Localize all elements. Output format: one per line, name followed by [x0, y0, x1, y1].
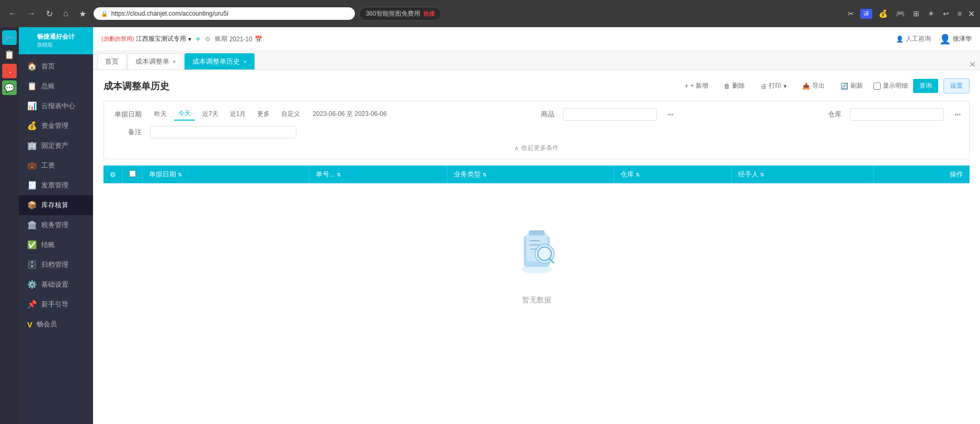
inventory-icon: 📦: [27, 201, 37, 210]
number-sort-icon: ⇅: [337, 172, 341, 178]
sidebar-item-closing[interactable]: ✅ 结账: [19, 235, 93, 255]
back-button[interactable]: ←: [5, 7, 20, 20]
col-number[interactable]: 单号... ⇅: [309, 166, 447, 183]
col-check[interactable]: [123, 166, 143, 183]
query-btn[interactable]: 查询: [913, 79, 938, 93]
col-actions-label: 操作: [950, 170, 963, 178]
warehouse-more-icon[interactable]: •••: [954, 111, 961, 117]
delete-btn[interactable]: 🗑 删除: [719, 79, 750, 93]
sidebar-item-invoice[interactable]: 🧾 发票管理: [19, 175, 93, 195]
sidebar-label-settings: 基础设置: [41, 280, 68, 289]
scissors-icon[interactable]: ✂: [846, 7, 856, 20]
sidebar-item-guide[interactable]: 📌 新手引导: [19, 295, 93, 314]
translate-icon[interactable]: 译: [860, 9, 872, 19]
sidebar-item-salary[interactable]: 💼 工资: [19, 156, 93, 175]
warehouse-input[interactable]: [850, 108, 944, 121]
note-input[interactable]: [150, 126, 296, 138]
help-btn[interactable]: 👤 人工咨询: [896, 34, 931, 43]
col-person[interactable]: 经手人 ⇅: [732, 166, 874, 183]
col-settings[interactable]: ⚙: [103, 166, 123, 183]
more-btn[interactable]: 更多: [253, 108, 274, 120]
tab-home-label: 首页: [105, 57, 119, 66]
forward-button[interactable]: →: [24, 7, 39, 20]
brightness-icon[interactable]: ☀: [926, 7, 937, 20]
company-name: 江西服宝测试专用: [136, 34, 186, 43]
print-btn[interactable]: 🖨 打印 ▾: [755, 79, 792, 93]
sidebar-item-settings[interactable]: ⚙️ 基础设置: [19, 275, 93, 295]
closing-icon: ✅: [27, 240, 37, 250]
close-all-tabs-btn[interactable]: ✕: [969, 60, 976, 69]
address-bar[interactable]: 🔒 https://cloud.chanjet.com/accounting/u…: [94, 7, 355, 20]
goods-input[interactable]: [563, 108, 657, 121]
add-company-btn[interactable]: +: [195, 34, 200, 44]
funds-icon: 💰: [27, 121, 37, 131]
filter-row-1: 单据日期 昨天 今天 近7天 近1月: [112, 108, 961, 121]
company-settings-icon[interactable]: ⚙: [205, 36, 211, 43]
home-icon: 🏠: [27, 62, 37, 71]
tab-cost-adjust[interactable]: 成本调整单 ×: [128, 53, 183, 69]
sidebar-label-invoice: 发票管理: [41, 181, 68, 190]
month-btn[interactable]: 近1月: [226, 108, 250, 120]
settings-btn[interactable]: 设置: [943, 78, 970, 93]
sidebar-item-ledger[interactable]: 📋 总账: [19, 76, 93, 96]
close-window-btn[interactable]: ✕: [968, 9, 975, 19]
period-info: 账期 2021-10 📅: [215, 34, 262, 43]
user-info[interactable]: 👤 徐泽华: [939, 33, 972, 45]
col-date[interactable]: 单据日期 ⇅: [143, 166, 309, 183]
home-button[interactable]: ⌂: [60, 7, 72, 20]
help-icon: 👤: [896, 36, 904, 43]
sidebar-item-inventory[interactable]: 📦 库存核算: [19, 195, 93, 215]
tab-home[interactable]: 首页: [97, 53, 126, 69]
refresh-button[interactable]: ↻: [43, 7, 56, 21]
rail-icon-1[interactable]: 🐦: [2, 30, 17, 45]
browser-chrome: ← → ↻ ⌂ ★ 🔒 https://cloud.chanjet.com/ac…: [0, 0, 980, 27]
col-person-label: 经手人: [738, 170, 758, 179]
sidebar-item-home[interactable]: 🏠 首页: [19, 56, 93, 76]
export-label: 导出: [812, 81, 825, 90]
grid-icon[interactable]: ⊞: [911, 7, 921, 20]
query-label: 查询: [919, 82, 932, 89]
tab-cost-adjust-close[interactable]: ×: [172, 58, 176, 65]
star-button[interactable]: ★: [76, 7, 89, 21]
custom-btn[interactable]: 自定义: [277, 108, 304, 120]
delete-label: 删除: [732, 81, 745, 90]
menu-icon[interactable]: ≡: [955, 7, 964, 20]
today-btn[interactable]: 今天: [174, 108, 195, 121]
export-btn[interactable]: 📤 导出: [797, 79, 830, 93]
undo-icon[interactable]: ↩: [941, 7, 951, 20]
week-btn[interactable]: 近7天: [198, 108, 223, 120]
hot-label: 热搜: [423, 10, 435, 18]
company-dropdown-icon: ▾: [188, 36, 191, 43]
reports-icon: 📊: [27, 101, 37, 111]
sidebar-item-reports[interactable]: 📊 云报表中心: [19, 96, 93, 116]
filter-row-2: 备注: [112, 126, 961, 138]
col-type[interactable]: 业务类型 ⇅: [447, 166, 614, 183]
collapse-btn[interactable]: ∧ 收起更多条件: [514, 144, 559, 152]
rail-icon-2[interactable]: 📋: [2, 47, 17, 62]
sidebar-item-archive[interactable]: 🗄️ 归档管理: [19, 255, 93, 275]
yesterday-btn[interactable]: 昨天: [150, 108, 171, 120]
sidebar-item-tax[interactable]: 🏛️ 税务管理: [19, 215, 93, 235]
company-selector[interactable]: (勿删勿禁用) 江西服宝测试专用 ▾: [101, 34, 191, 43]
rail-icon-3[interactable]: 🔖: [2, 64, 17, 78]
help-label: 人工咨询: [906, 34, 931, 43]
sidebar-item-member[interactable]: V 畅会员: [19, 314, 93, 334]
header-actions: + + 新增 🗑 删除 🖨 打印 ▾ 📤 导出: [679, 78, 970, 93]
sidebar-logo: 畅捷通好会计 旗舰版: [19, 27, 93, 54]
calendar-icon[interactable]: 📅: [255, 36, 262, 43]
game-icon[interactable]: 🎮: [894, 7, 907, 20]
rail-icon-4[interactable]: 💬: [2, 80, 17, 95]
goods-more-icon[interactable]: •••: [667, 111, 674, 117]
select-all-checkbox[interactable]: [129, 170, 136, 177]
tab-cost-adjust-history[interactable]: 成本调整单历史 ×: [185, 53, 254, 69]
show-detail-checkbox[interactable]: [873, 83, 881, 90]
wallet-icon[interactable]: 💰: [877, 7, 890, 20]
refresh-btn[interactable]: 🔄 刷新: [835, 79, 868, 93]
new-btn[interactable]: + + 新增: [679, 79, 713, 93]
tab-cost-adjust-history-close[interactable]: ×: [243, 58, 246, 65]
sidebar-item-fixed[interactable]: 🏢 固定资产: [19, 136, 93, 156]
sidebar-item-funds[interactable]: 💰 资金管理: [19, 116, 93, 136]
browser-search-box[interactable]: 360智能抠图免费用 热搜: [359, 7, 442, 21]
col-warehouse[interactable]: 仓库 ⇅: [614, 166, 732, 183]
empty-state: 暂无数据: [103, 183, 970, 347]
